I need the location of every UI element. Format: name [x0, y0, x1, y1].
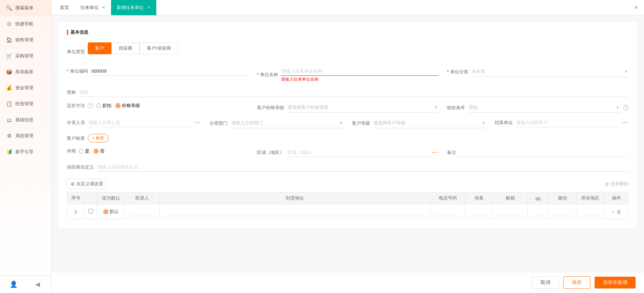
row-ops: + 🗑 — [604, 204, 629, 219]
type-btn-both[interactable]: 客户/供应商 — [140, 42, 178, 54]
row-contact[interactable] — [125, 204, 160, 219]
unit-name-error: 请输入往来单位名称 — [281, 76, 439, 82]
settlement-unit-label: 结算单位 — [495, 120, 513, 126]
section-bar-icon — [67, 30, 68, 35]
quick-nav-icon: ⊙ — [6, 21, 13, 27]
short-name-field: 简称 — [67, 88, 629, 97]
row-default-radio-circle — [103, 209, 108, 214]
unit-code-input[interactable] — [91, 67, 249, 76]
disabled-field: 停用 是 否 — [67, 148, 249, 154]
user-icon[interactable]: 👤 — [3, 278, 24, 290]
row-wechat[interactable] — [549, 204, 576, 219]
supplier-custom-input[interactable] — [97, 163, 629, 172]
collapse-icon[interactable]: ◀ — [27, 278, 49, 290]
customer-tag-row: 客户标签 + 标签 — [67, 134, 629, 143]
manager-row: 分管人员 ··· 分管部门 请输入分管部门 ▼ 客户等级 请选择客户等级 ▼ — [67, 118, 629, 128]
disabled-row: 停用 是 否 区域（地区） ··· — [67, 148, 629, 157]
custom-settings-button[interactable]: ⚙ 自定义项设置 — [67, 179, 107, 189]
unit-name-input[interactable] — [281, 67, 439, 76]
department-field: 分管部门 请输入分管部门 ▼ — [210, 118, 344, 128]
disabled-no-radio[interactable]: 否 — [94, 148, 104, 154]
tab-contacts-close[interactable]: ✕ — [102, 5, 105, 10]
department-select[interactable]: 请输入分管部门 ▼ — [230, 118, 344, 128]
sidebar-item-finance[interactable]: 💰 资金管理 — [0, 80, 51, 96]
col-header-fax: 传真 — [465, 192, 493, 204]
row-default: 默认 — [97, 204, 125, 219]
sidebar-item-search[interactable]: 🔍 搜索菜单 — [0, 0, 51, 16]
pricing-row: 定价方法 ? 折扣 价格等级 客户价格等级 — [67, 103, 629, 113]
disabled-radio-group: 是 否 — [79, 148, 104, 154]
unit-type-label: 单位类型 — [67, 49, 85, 55]
customer-level-label: 客户等级 — [352, 120, 370, 127]
payment-terms-select[interactable]: 现结 ▼ — [468, 103, 620, 113]
sidebar-item-system[interactable]: ⚙ 系统管理 — [0, 128, 51, 144]
row-checkbox[interactable] — [85, 204, 97, 219]
cancel-button[interactable]: 取消 — [532, 276, 559, 289]
sidebar-item-guide[interactable]: 🔰 新手引导 — [0, 144, 51, 160]
section-title: 基本信息 — [67, 29, 629, 35]
row-phone[interactable] — [430, 204, 465, 219]
region-more-btn[interactable]: ··· — [432, 149, 439, 156]
col-header-contact: 联系人 — [125, 192, 160, 204]
sidebar-item-sales[interactable]: 🏠 销售管理 — [0, 32, 51, 48]
tab-new-contact[interactable]: 新增往来单位 ✕ — [111, 0, 156, 15]
row-delete-btn[interactable]: 🗑 — [616, 209, 621, 214]
sidebar-item-inventory[interactable]: 📦 库存核算 — [0, 64, 51, 80]
short-name-input[interactable] — [79, 88, 629, 97]
payment-terms-info-icon[interactable]: ? — [623, 105, 629, 111]
department-chevron: ▼ — [339, 121, 343, 125]
note-input[interactable] — [459, 148, 629, 157]
manager-input[interactable] — [88, 118, 191, 127]
row-region[interactable] — [576, 204, 604, 219]
row-add-btn[interactable]: + — [611, 209, 614, 214]
sidebar-item-basic[interactable]: 🗂 基础信息 — [0, 112, 51, 128]
region-input[interactable] — [287, 148, 429, 157]
pricing-info-icon[interactable]: ? — [88, 103, 93, 108]
disabled-yes-circle — [79, 149, 84, 154]
basic-icon: 🗂 — [6, 116, 13, 123]
col-header-phone: 电话号码 — [430, 192, 465, 204]
row-default-radio[interactable]: 默认 — [103, 209, 119, 215]
sidebar-item-purchase[interactable]: 🛒 采购管理 — [0, 48, 51, 64]
tab-new-contact-close[interactable]: ✕ — [147, 5, 150, 10]
row-qq[interactable] — [528, 204, 549, 219]
type-btn-customer[interactable]: 客户 — [88, 42, 111, 54]
tab-bar-close-btn[interactable]: ✕ — [631, 3, 641, 12]
row-email[interactable] — [493, 204, 528, 219]
row-address[interactable] — [160, 204, 430, 219]
sidebar: 🔍 搜索菜单 ⊙ 快捷导航 🏠 销售管理 🛒 采购管理 📦 库存核算 💰 资金管… — [0, 0, 52, 293]
tab-contacts[interactable]: 往来单位 ✕ — [75, 0, 111, 15]
sales-icon: 🏠 — [6, 36, 13, 43]
settlement-unit-more-btn[interactable]: ··· — [622, 120, 629, 126]
unit-category-select[interactable]: 未分类 ▼ — [471, 67, 629, 77]
system-icon: ⚙ — [6, 132, 13, 139]
disabled-no-circle — [94, 149, 99, 154]
col-header-email: 邮箱 — [493, 192, 528, 204]
sidebar-item-quick-nav[interactable]: ⊙ 快捷导航 — [0, 16, 51, 32]
type-btn-supplier[interactable]: 供应商 — [111, 42, 140, 54]
supplier-custom-field: 供应商自定义 — [67, 163, 629, 172]
save-new-button[interactable]: 保存并新增 — [595, 277, 636, 288]
unit-code-field: 单位编码 — [67, 67, 249, 76]
contact-table: 序号 设为默认 联系人 到货地址 电话号码 传真 邮箱 qq 微信 所在地区 — [67, 192, 629, 219]
col-header-default: 设为默认 — [97, 192, 125, 204]
row-fax[interactable] — [465, 204, 493, 219]
customer-tag-label: 客户标签 — [67, 135, 85, 141]
customer-level-select[interactable]: 请选择客户等级 ▼ — [373, 118, 486, 128]
customer-price-level-select[interactable]: 请选择客户价格等级 ▼ — [287, 103, 439, 113]
tab-home[interactable]: 首页 — [54, 0, 75, 15]
customer-price-level-field: 客户价格等级 请选择客户价格等级 ▼ — [257, 103, 439, 113]
settlement-unit-input[interactable] — [516, 118, 619, 127]
disabled-yes-radio[interactable]: 是 — [79, 148, 89, 154]
pricing-discount-radio[interactable]: 折扣 — [96, 103, 111, 109]
pricing-radio-group: 折扣 价格等级 — [96, 103, 140, 109]
save-button[interactable]: 保存 — [563, 276, 590, 289]
batch-delete-button[interactable]: 🗑 批量删除 — [605, 181, 629, 187]
sidebar-bottom: 👤 ◀ — [0, 275, 51, 293]
add-tag-button[interactable]: + 标签 — [88, 134, 109, 143]
pricing-level-radio[interactable]: 价格等级 — [116, 103, 140, 109]
customer-price-level-chevron: ▼ — [434, 105, 438, 109]
department-label: 分管部门 — [210, 120, 228, 127]
sidebar-item-operations[interactable]: 📋 经营管理 — [0, 96, 51, 112]
manager-more-btn[interactable]: ··· — [194, 120, 201, 126]
